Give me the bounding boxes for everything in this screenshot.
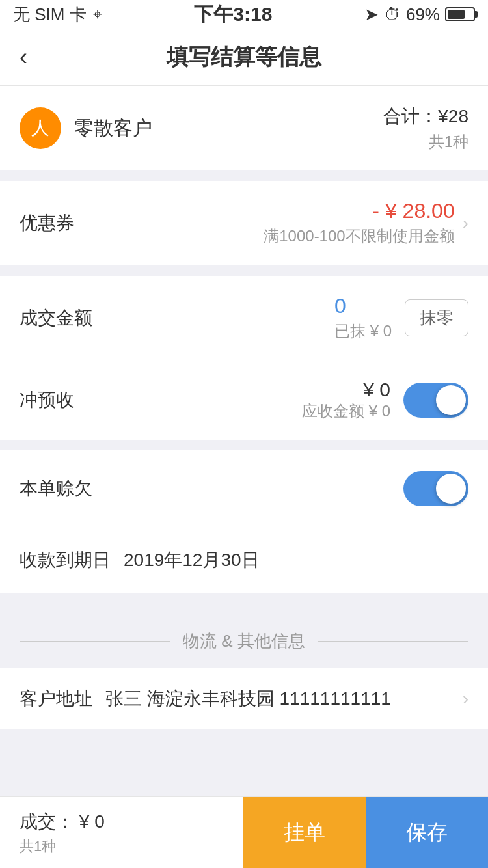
logistics-header: 物流 & 其他信息 (0, 614, 488, 668)
coupon-section: 优惠券 - ¥ 28.00 满1000-100不限制使用金额 › (0, 181, 488, 265)
address-chevron-icon: › (463, 688, 468, 709)
due-date-value: 2019年12月30日 (124, 548, 260, 573)
customer-total: 合计：¥28 (383, 104, 468, 129)
credit-label: 本单赊欠 (20, 476, 92, 501)
status-time: 下午3:18 (194, 1, 272, 28)
wifi-icon: ⌖ (93, 5, 102, 23)
battery-percent: 69% (406, 5, 440, 25)
bottom-info: 成交： ¥ 0 共1种 (0, 809, 243, 856)
deal-amount-value: 0 (334, 294, 392, 318)
toggle-knob (436, 385, 466, 415)
sim-status: 无 SIM 卡 (13, 3, 87, 26)
logistics-line-left (20, 641, 170, 642)
bottom-deal-value: ¥ 0 (79, 811, 105, 832)
coupon-value-col: - ¥ 28.00 满1000-100不限制使用金额 (264, 199, 454, 247)
bottom-deal: 成交： ¥ 0 (20, 809, 224, 834)
nav-bar: ‹ 填写结算等信息 (0, 29, 488, 86)
round-zero-button[interactable]: 抹零 (405, 299, 468, 336)
location-icon: ➤ (364, 5, 379, 25)
status-left: 无 SIM 卡 ⌖ (13, 3, 102, 26)
address-label: 客户地址 (20, 686, 92, 711)
logistics-title: 物流 & 其他信息 (183, 630, 305, 653)
prepay-right: ¥ 0 应收金额 ¥ 0 (302, 379, 468, 422)
due-date-row: 收款到期日 2019年12月30日 (0, 527, 488, 593)
deal-amount-right: 0 已抹 ¥ 0 抹零 (334, 294, 468, 342)
address-row[interactable]: 客户地址 张三 海淀永丰科技园 11111111111 › (0, 668, 488, 729)
deal-amount-section: 成交金额 0 已抹 ¥ 0 抹零 冲预收 ¥ 0 应收金额 ¥ 0 (0, 276, 488, 440)
battery-icon (445, 7, 475, 21)
due-date-label: 收款到期日 (20, 548, 111, 573)
coupon-value: - ¥ 28.00 (264, 199, 454, 223)
bottom-deal-label: 成交： (20, 811, 74, 832)
back-button[interactable]: ‹ (20, 44, 27, 71)
logistics-line-right (318, 641, 468, 642)
customer-info: 人 零散客户 (20, 107, 152, 149)
hang-button[interactable]: 挂单 (243, 797, 366, 869)
credit-section: 本单赊欠 收款到期日 2019年12月30日 (0, 450, 488, 593)
coupon-label: 优惠券 (20, 211, 74, 236)
deal-amount-row: 成交金额 0 已抹 ¥ 0 抹零 (0, 276, 488, 360)
avatar-icon: 人 (31, 116, 49, 141)
deal-amount-label: 成交金额 (20, 306, 92, 331)
credit-toggle[interactable] (403, 471, 468, 506)
prepay-sub: 应收金额 ¥ 0 (302, 401, 390, 422)
bottom-count: 共1种 (20, 837, 224, 856)
prepay-amount: ¥ 0 (302, 379, 390, 401)
alarm-icon: ⏱ (384, 5, 401, 25)
avatar: 人 (20, 107, 61, 149)
address-section: 客户地址 张三 海淀永丰科技园 11111111111 › (0, 668, 488, 729)
prepay-values: ¥ 0 应收金额 ¥ 0 (302, 379, 390, 422)
coupon-chevron-icon: › (463, 213, 468, 234)
content-area: 人 零散客户 合计：¥28 共1种 优惠券 - ¥ 28.00 满1000-10… (0, 86, 488, 818)
prepay-row: 冲预收 ¥ 0 应收金额 ¥ 0 (0, 360, 488, 440)
customer-summary: 合计：¥28 共1种 (383, 104, 468, 152)
customer-name: 零散客户 (74, 115, 152, 142)
credit-row: 本单赊欠 (0, 450, 488, 527)
prepay-toggle[interactable] (403, 383, 468, 418)
coupon-row[interactable]: 优惠券 - ¥ 28.00 满1000-100不限制使用金额 › (0, 181, 488, 265)
coupon-right: - ¥ 28.00 满1000-100不限制使用金额 › (264, 199, 468, 247)
bottom-bar: 成交： ¥ 0 共1种 挂单 保存 (0, 796, 488, 868)
customer-count: 共1种 (383, 131, 468, 152)
status-bar: 无 SIM 卡 ⌖ 下午3:18 ➤ ⏱ 69% (0, 0, 488, 29)
page-title: 填写结算等信息 (167, 42, 321, 72)
prepay-label: 冲预收 (20, 388, 74, 413)
save-button[interactable]: 保存 (366, 797, 488, 869)
deal-amount-sub: 已抹 ¥ 0 (334, 321, 392, 342)
deal-amount-value-col: 0 已抹 ¥ 0 (334, 294, 392, 342)
address-value: 张三 海淀永丰科技园 11111111111 (105, 686, 463, 711)
status-right: ➤ ⏱ 69% (364, 5, 475, 25)
credit-toggle-knob (436, 474, 466, 504)
customer-row: 人 零散客户 合计：¥28 共1种 (0, 86, 488, 170)
divider (0, 604, 488, 614)
coupon-desc: 满1000-100不限制使用金额 (264, 226, 454, 247)
